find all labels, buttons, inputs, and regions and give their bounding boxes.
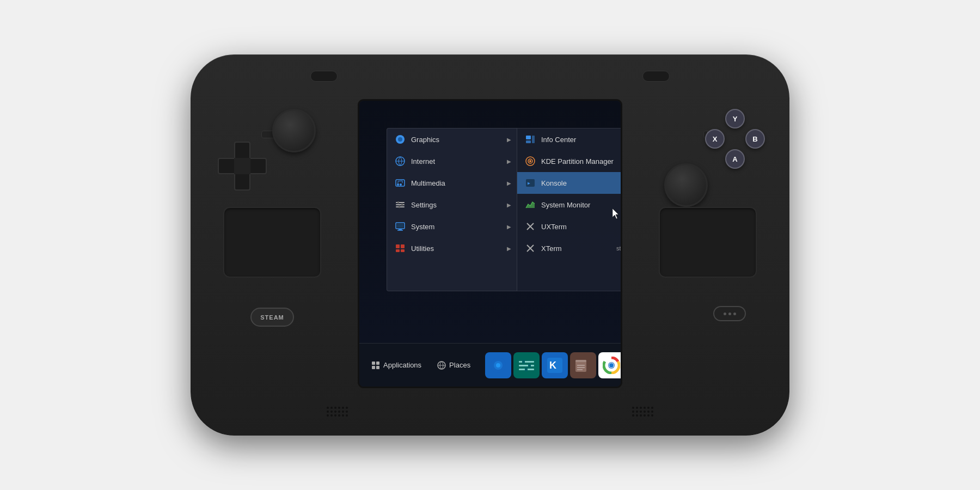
internet-label: Internet [411,157,435,166]
steam-button[interactable]: STEAM [250,308,294,327]
y-button[interactable]: Y [725,109,745,128]
svg-rect-52 [575,360,586,362]
svg-rect-53 [575,362,586,364]
taskbar-icon-store[interactable]: K [542,352,568,378]
speaker-hole [647,407,650,409]
applications-label: Applications [383,361,421,369]
x-button[interactable]: X [705,129,725,149]
taskbar-icon-discover[interactable] [485,352,511,378]
speaker-hole [338,407,340,409]
svg-point-1 [398,137,402,142]
svg-text:▶: ▶ [528,181,530,186]
svg-rect-37 [376,366,379,369]
speaker-hole [647,411,650,413]
speaker-hole [644,414,646,416]
uxterm-icon [525,221,536,232]
svg-rect-43 [519,361,534,363]
speaker-hole [334,411,336,413]
xterm-icon [525,243,536,254]
desktop-wallpaper[interactable]: Graphics ▶ [359,101,621,343]
menu-items-panel: Info Center KDE Pa [517,128,621,291]
steam-label: STEAM [260,314,284,321]
menu-item-internet[interactable]: Internet ▶ [387,150,517,172]
speaker-hole [330,411,333,413]
svg-rect-10 [397,201,399,204]
applications-button[interactable]: Applications [365,358,428,373]
speaker-hole [346,407,348,409]
dpad-center [234,158,250,174]
menu-item-infocenter[interactable]: Info Center [517,128,621,150]
a-button[interactable]: A [725,149,745,169]
taskbar-icon-settings[interactable] [513,352,540,378]
dot-2 [728,313,731,315]
dot-3 [733,313,736,315]
settings-arrow: ▶ [507,202,511,208]
menu-item-konsole[interactable]: ▶ Konsole Terminal [517,172,621,194]
multimedia-icon [395,177,406,188]
settings-label: Settings [411,201,437,209]
options-button[interactable] [713,306,746,321]
svg-rect-47 [528,364,531,367]
svg-rect-19 [396,249,400,252]
speaker-hole [327,407,329,409]
speaker-hole [632,414,634,416]
speaker-hole [640,407,642,409]
speaker-hole [636,407,638,409]
speaker-hole [651,414,653,416]
left-bumper[interactable] [310,71,338,82]
menu-item-systemmonitor[interactable]: System Monitor [517,194,621,216]
right-bumper[interactable] [642,71,670,82]
svg-rect-34 [372,362,375,365]
speaker-hole [640,414,642,416]
menu-item-utilities[interactable]: Utilities ▶ [387,237,517,259]
left-speaker [327,407,348,416]
svg-rect-16 [397,224,403,228]
b-button[interactable]: B [745,129,765,149]
menu-categories-panel: Graphics ▶ [387,128,517,291]
left-trackpad[interactable] [223,207,321,278]
svg-rect-46 [522,360,525,364]
places-button[interactable]: Places [431,358,477,373]
menu-item-multimedia[interactable]: Multimedia ▶ [387,172,517,194]
taskbar-icons: K [485,352,621,378]
utilities-arrow: ▶ [507,246,511,252]
svg-rect-18 [401,244,405,248]
speaker-hole [334,414,336,416]
speaker-hole [632,407,634,409]
svg-rect-12 [399,206,400,208]
menu-item-partitionmanager[interactable]: KDE Partition Manager Partition Editor [517,150,621,172]
graphics-arrow: ▶ [507,137,511,143]
taskbar-icon-chrome[interactable] [598,352,621,378]
speaker-hole [330,407,333,409]
svg-rect-23 [532,136,535,143]
right-joystick[interactable] [664,163,708,207]
svg-point-5 [397,183,399,186]
speaker-hole [651,407,653,409]
right-trackpad[interactable] [659,207,757,278]
dpad[interactable] [218,142,267,191]
svg-rect-48 [525,367,528,371]
speaker-hole [342,407,344,409]
speaker-hole [346,411,348,413]
menu-item-uxterm[interactable]: UXTerm xterm wrapper for Unicode environ… [517,216,621,237]
speaker-hole [640,411,642,413]
steam-deck-device: STEAM Y X B [191,54,789,436]
speaker-hole [636,414,638,416]
svg-rect-36 [372,366,375,369]
svg-rect-21 [526,136,531,139]
menu-item-xterm[interactable]: XTerm standard terminal emulator for the… [517,237,621,259]
dot-1 [724,313,726,315]
speaker-hole [342,414,344,416]
partitionmanager-label: KDE Partition Manager [541,157,621,166]
left-controls: STEAM [201,98,354,359]
left-joystick[interactable] [272,109,316,152]
xterm-label: XTerm [541,244,611,253]
menu-item-system[interactable]: System ▶ [387,216,517,237]
menu-item-graphics[interactable]: Graphics ▶ [387,128,517,150]
svg-rect-44 [519,365,534,366]
multimedia-label: Multimedia [411,179,445,187]
menu-item-settings[interactable]: Settings ▶ [387,194,517,216]
svg-rect-7 [396,202,405,203]
taskbar-icon-files[interactable] [570,352,596,378]
graphics-icon [395,134,406,145]
